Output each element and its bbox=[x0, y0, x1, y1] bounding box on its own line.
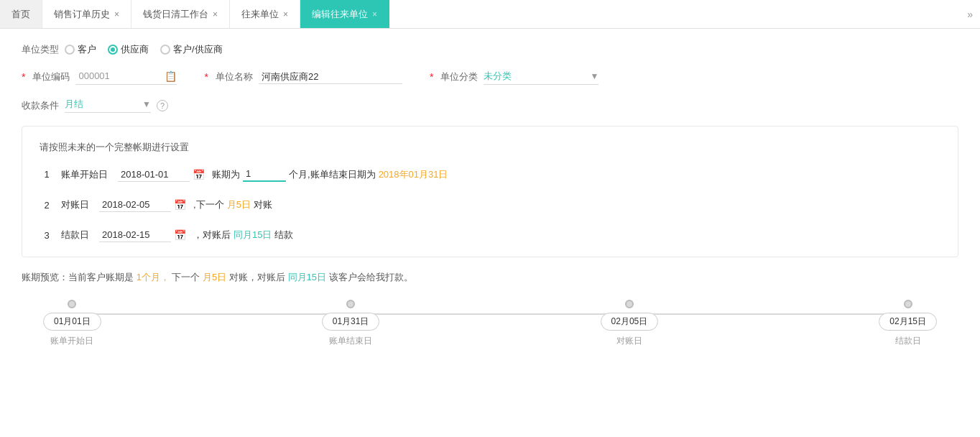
unit-category-value: 未分类 bbox=[484, 70, 587, 83]
period-date-group-3: 📅 bbox=[99, 228, 186, 242]
unit-category-dropdown[interactable]: 未分类 ▼ bbox=[484, 70, 598, 85]
preview-row: 账期预览：当前客户账期是 1个月， 下一个 月5日 对账，对账后 同月15日 该… bbox=[22, 269, 958, 285]
period-desc-1: 账期为 个月,账单结束日期为 2018年01月31日 bbox=[212, 167, 448, 182]
payment-terms-arrow-icon: ▼ bbox=[142, 99, 151, 109]
close-tab-counterpart[interactable]: × bbox=[283, 9, 288, 19]
period-calendar-icon-3[interactable]: 📅 bbox=[174, 229, 186, 241]
tab-home[interactable]: 首页 bbox=[0, 0, 42, 28]
radio-customer-circle bbox=[65, 45, 75, 55]
unit-code-label: 单位编码 bbox=[32, 70, 70, 83]
radio-customer[interactable]: 客户 bbox=[65, 43, 96, 56]
close-tab-cash-ledger[interactable]: × bbox=[213, 9, 218, 19]
payment-terms-label: 收款条件 bbox=[22, 99, 59, 112]
timeline-dot-2 bbox=[346, 300, 355, 308]
period-row-3: 3 结款日 📅 ，对账后 同月15日 结款 bbox=[40, 228, 940, 242]
unit-category-required: * bbox=[430, 71, 433, 83]
preview-mid2: 对账，对账后 bbox=[229, 272, 285, 282]
period-desc-prefix-2: ,下一个 bbox=[193, 198, 224, 211]
timeline-badge-2: 01月31日 bbox=[322, 313, 380, 331]
close-tab-edit-counterpart[interactable]: × bbox=[372, 9, 377, 19]
timeline-label-2: 账单结束日 bbox=[329, 335, 372, 347]
radio-customer-supplier[interactable]: 客户/供应商 bbox=[160, 43, 223, 56]
tab-counterpart-label: 往来单位 bbox=[241, 8, 279, 21]
close-tab-sales-order-history[interactable]: × bbox=[114, 9, 119, 19]
unit-category-arrow-icon: ▼ bbox=[590, 71, 598, 81]
period-desc-prefix-3: ，对账后 bbox=[193, 229, 231, 242]
period-highlight-2: 月5日 bbox=[227, 198, 251, 211]
unit-code-field: 📋 bbox=[75, 69, 177, 85]
radio-supplier[interactable]: 供应商 bbox=[108, 43, 149, 56]
timeline-node-2: 01月31日 账单结束日 bbox=[322, 300, 380, 347]
timeline-dot-1 bbox=[68, 300, 76, 308]
period-label-2: 对账日 bbox=[61, 198, 89, 211]
period-settings-box: 请按照未来的一个完整帐期进行设置 1 账单开始日 📅 账期为 个月,账单结束日期… bbox=[22, 126, 958, 257]
period-date-input-3[interactable] bbox=[99, 228, 171, 242]
unit-category-label: 单位分类 bbox=[440, 70, 478, 83]
unit-code-required: * bbox=[22, 71, 25, 83]
unit-name-label: 单位名称 bbox=[216, 70, 253, 83]
tab-cash-ledger-label: 钱货日清工作台 bbox=[143, 8, 208, 21]
preview-suffix: 该客户会给我打款。 bbox=[329, 272, 413, 282]
tab-cash-ledger[interactable]: 钱货日清工作台 × bbox=[131, 0, 230, 28]
period-desc-3: ，对账后 同月15日 结款 bbox=[193, 229, 293, 242]
period-desc-suffix-1: 个月,账单结束日期为 bbox=[289, 168, 376, 181]
timeline-line bbox=[86, 313, 894, 315]
expand-tabs[interactable]: » bbox=[960, 0, 980, 28]
unit-code-input[interactable] bbox=[75, 69, 162, 83]
period-end-date-1: 2018年01月31日 bbox=[379, 168, 448, 181]
tab-edit-counterpart-label: 编辑往来单位 bbox=[312, 8, 368, 21]
period-desc-suffix-3: 结款 bbox=[274, 229, 293, 242]
timeline-nodes: 01月01日 账单开始日 01月31日 账单结束日 02月05日 对账日 02月… bbox=[43, 300, 937, 347]
period-row-2: 2 对账日 📅 ,下一个 月5日 对账 bbox=[40, 198, 940, 212]
unit-name-input[interactable] bbox=[259, 70, 402, 84]
timeline-dot-3 bbox=[625, 300, 634, 308]
timeline-node-4: 02月15日 结款日 bbox=[879, 300, 937, 347]
timeline-label-1: 账单开始日 bbox=[50, 335, 93, 347]
radio-supplier-label: 供应商 bbox=[121, 43, 149, 56]
period-calendar-icon-1[interactable]: 📅 bbox=[193, 169, 205, 180]
timeline-badge-1: 01月01日 bbox=[43, 313, 101, 331]
tab-sales-order-history[interactable]: 销售订单历史 × bbox=[42, 0, 131, 28]
period-date-group-1: 📅 bbox=[118, 167, 205, 182]
timeline-node-3: 02月05日 对账日 bbox=[601, 300, 659, 347]
preview-mid1: 下一个 bbox=[172, 272, 200, 282]
unit-details-row: * 单位编码 📋 * 单位名称 * 单位分类 未分类 ▼ bbox=[22, 69, 958, 85]
period-index-3: 3 bbox=[40, 230, 54, 241]
timeline-label-4: 结款日 bbox=[895, 335, 921, 347]
timeline-badge-4: 02月15日 bbox=[879, 313, 937, 331]
timeline-wrapper: 01月01日 账单开始日 01月31日 账单结束日 02月05日 对账日 02月… bbox=[22, 297, 958, 369]
period-date-input-2[interactable] bbox=[99, 198, 171, 212]
period-date-group-2: 📅 bbox=[99, 198, 186, 212]
unit-name-required: * bbox=[204, 71, 208, 83]
help-icon[interactable]: ? bbox=[157, 100, 168, 111]
tab-edit-counterpart[interactable]: 编辑往来单位 × bbox=[300, 0, 389, 28]
timeline-dot-4 bbox=[904, 300, 912, 308]
unit-type-label: 单位类型 bbox=[22, 43, 59, 56]
period-highlight-3: 同月15日 bbox=[234, 229, 272, 242]
period-desc-2: ,下一个 月5日 对账 bbox=[193, 198, 272, 211]
period-date-input-1[interactable] bbox=[118, 167, 190, 182]
payment-terms-row: 收款条件 月结 ▼ ? bbox=[22, 98, 958, 113]
period-months-input[interactable] bbox=[243, 167, 286, 182]
timeline-badge-3: 02月05日 bbox=[601, 313, 659, 331]
tab-home-label: 首页 bbox=[11, 8, 30, 21]
preview-prefix: 账期预览：当前客户账期是 bbox=[22, 272, 134, 282]
period-index-2: 2 bbox=[40, 200, 54, 211]
unit-code-copy-icon[interactable]: 📋 bbox=[165, 70, 177, 82]
period-calendar-icon-2[interactable]: 📅 bbox=[174, 199, 186, 211]
expand-icon: » bbox=[967, 9, 973, 20]
tab-bar: 首页 销售订单历史 × 钱货日清工作台 × 往来单位 × 编辑往来单位 × » bbox=[0, 0, 980, 29]
tab-sales-order-history-label: 销售订单历史 bbox=[54, 8, 110, 21]
payment-terms-dropdown[interactable]: 月结 ▼ bbox=[65, 98, 151, 113]
timeline-node-1: 01月01日 账单开始日 bbox=[43, 300, 101, 347]
preview-highlight2: 月5日 bbox=[203, 272, 226, 282]
period-desc-prefix-1: 账期为 bbox=[212, 168, 240, 181]
period-index-1: 1 bbox=[40, 169, 54, 180]
tab-counterpart[interactable]: 往来单位 × bbox=[230, 0, 300, 28]
period-label-1: 账单开始日 bbox=[61, 168, 108, 181]
radio-supplier-circle bbox=[108, 45, 118, 55]
unit-type-row: 单位类型 客户 供应商 客户/供应商 bbox=[22, 43, 958, 56]
period-desc-suffix-2: 对账 bbox=[254, 198, 272, 211]
period-label-3: 结款日 bbox=[61, 229, 89, 242]
period-row-1: 1 账单开始日 📅 账期为 个月,账单结束日期为 2018年01月31日 bbox=[40, 167, 940, 182]
